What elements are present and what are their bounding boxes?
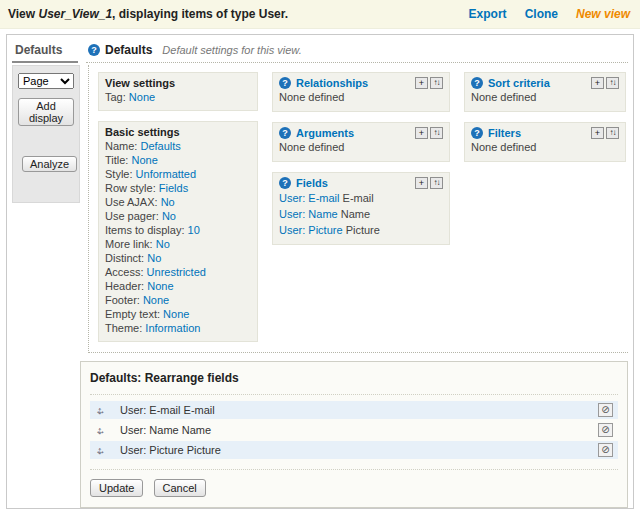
tab-defaults[interactable]: Defaults <box>12 39 78 63</box>
page-title: View User_View_1, displaying items of ty… <box>8 7 288 21</box>
add-icon[interactable]: + <box>591 127 604 139</box>
view-settings-box: View settings Tag: None <box>98 72 258 111</box>
setting-row-use-ajax: Use AJAX: No <box>105 195 251 209</box>
field-label-text: Name <box>338 208 370 220</box>
arguments-title-link[interactable]: Arguments <box>296 127 354 139</box>
sort-criteria-box: ? Sort criteria + ↑↓ None defined <box>464 72 626 112</box>
basic-settings-title: Basic settings <box>105 126 180 138</box>
rearrange-row-label: User: E-mail E-mail <box>120 404 215 416</box>
setting-value-link[interactable]: Unrestricted <box>147 266 206 278</box>
setting-label: Use AJAX: <box>105 196 158 208</box>
setting-label: Items to display: <box>105 224 184 236</box>
new-view-link[interactable]: New view <box>576 7 630 21</box>
setting-value-link[interactable]: 10 <box>188 224 200 236</box>
drag-handle-icon[interactable] <box>95 444 108 457</box>
relationships-box: ? Relationships + ↑↓ None defined <box>272 72 450 112</box>
field-item-name: User: Name Name <box>279 206 443 222</box>
setting-label: Access: <box>105 266 144 278</box>
setting-value-link[interactable]: None <box>163 308 189 320</box>
setting-value-link[interactable]: None <box>132 154 158 166</box>
setting-row-footer: Footer: None <box>105 293 251 307</box>
setting-value-link[interactable]: Fields <box>159 182 188 194</box>
rearrange-rows: User: E-mail E-mail ⊘ User: Name Name ⊘ … <box>90 394 618 459</box>
remove-icon[interactable]: ⊘ <box>598 403 613 417</box>
sidebar-panel: Page Add display Analyze <box>12 65 80 203</box>
remove-icon[interactable]: ⊘ <box>598 423 613 437</box>
rearrange-row-label: User: Name Name <box>120 424 211 436</box>
setting-value-link[interactable]: None <box>129 91 155 103</box>
remove-icon[interactable]: ⊘ <box>598 443 613 457</box>
setting-row-use-pager: Use pager: No <box>105 209 251 223</box>
basic-settings-box: Basic settings Name: Defaults Title: Non… <box>98 121 258 342</box>
setting-label: More link: <box>105 238 153 250</box>
drag-handle-icon[interactable] <box>95 424 108 437</box>
page-header: View User_View_1, displaying items of ty… <box>0 0 640 29</box>
setting-row-more-link: More link: No <box>105 237 251 251</box>
rearrange-icon[interactable]: ↑↓ <box>430 177 443 189</box>
field-link[interactable]: User: Picture <box>279 224 343 236</box>
fields-title-link[interactable]: Fields <box>296 177 328 189</box>
rearrange-icon[interactable]: ↑↓ <box>606 77 619 89</box>
setting-row-tag: Tag: None <box>105 90 251 104</box>
setting-value-link[interactable]: No <box>147 252 161 264</box>
arguments-empty: None defined <box>279 140 443 155</box>
display-type-select[interactable]: Page <box>18 73 74 89</box>
field-label-text: E-mail <box>340 192 374 204</box>
help-icon[interactable]: ? <box>88 44 100 56</box>
help-icon[interactable]: ? <box>471 77 483 89</box>
setting-value-link[interactable]: No <box>162 210 176 222</box>
filters-box: ? Filters + ↑↓ None defined <box>464 122 626 162</box>
setting-label: Title: <box>105 154 128 166</box>
rearrange-row-label: User: Picture Picture <box>120 444 221 456</box>
setting-label: Footer: <box>105 294 140 306</box>
page-title-suffix: , displaying items of type User. <box>112 7 288 21</box>
relationships-title-link[interactable]: Relationships <box>296 77 368 89</box>
setting-row-style: Style: Unformatted <box>105 167 251 181</box>
display-description: Default settings for this view. <box>162 44 301 56</box>
rearrange-row-email: User: E-mail E-mail ⊘ <box>90 401 618 419</box>
display-settings-area: View settings Tag: None Basic settings N… <box>88 65 628 353</box>
add-icon[interactable]: + <box>415 77 428 89</box>
cancel-button[interactable]: Cancel <box>154 479 206 497</box>
rearrange-icon[interactable]: ↑↓ <box>430 127 443 139</box>
setting-row-row-style: Row style: Fields <box>105 181 251 195</box>
rearrange-icon[interactable]: ↑↓ <box>430 77 443 89</box>
help-icon[interactable]: ? <box>471 127 483 139</box>
add-icon[interactable]: + <box>415 177 428 189</box>
sort-criteria-empty: None defined <box>471 90 619 105</box>
field-link[interactable]: User: Name <box>279 208 338 220</box>
setting-value-link[interactable]: Defaults <box>140 140 180 152</box>
rearrange-row-picture: User: Picture Picture ⊘ <box>90 441 618 459</box>
clone-link[interactable]: Clone <box>525 7 558 21</box>
add-display-button[interactable]: Add display <box>18 98 74 126</box>
setting-value-link[interactable]: No <box>161 196 175 208</box>
help-icon[interactable]: ? <box>279 77 291 89</box>
setting-label: Style: <box>105 168 133 180</box>
setting-value-link[interactable]: Information <box>145 322 200 334</box>
setting-row-access: Access: Unrestricted <box>105 265 251 279</box>
rearrange-icon[interactable]: ↑↓ <box>606 127 619 139</box>
rearrange-actions: Update Cancel <box>90 469 618 497</box>
add-icon[interactable]: + <box>415 127 428 139</box>
export-link[interactable]: Export <box>469 7 507 21</box>
drag-handle-icon[interactable] <box>95 404 108 417</box>
setting-label: Distinct: <box>105 252 144 264</box>
help-icon[interactable]: ? <box>279 127 291 139</box>
setting-value-link[interactable]: None <box>143 294 169 306</box>
filters-title-link[interactable]: Filters <box>488 127 521 139</box>
setting-value-link[interactable]: None <box>147 280 173 292</box>
sort-criteria-title-link[interactable]: Sort criteria <box>488 77 550 89</box>
arguments-box: ? Arguments + ↑↓ None defined <box>272 122 450 162</box>
field-link[interactable]: User: E-mail <box>279 192 340 204</box>
display-sidebar: Page Add display Analyze <box>12 65 80 353</box>
add-icon[interactable]: + <box>591 77 604 89</box>
setting-value-link[interactable]: No <box>156 238 170 250</box>
help-icon[interactable]: ? <box>279 177 291 189</box>
update-button[interactable]: Update <box>90 479 143 497</box>
setting-label: Row style: <box>105 182 156 194</box>
setting-label: Header: <box>105 280 144 292</box>
setting-value-link[interactable]: Unformatted <box>136 168 197 180</box>
analyze-button[interactable]: Analyze <box>22 156 77 172</box>
relationships-empty: None defined <box>279 90 443 105</box>
setting-row-distinct: Distinct: No <box>105 251 251 265</box>
